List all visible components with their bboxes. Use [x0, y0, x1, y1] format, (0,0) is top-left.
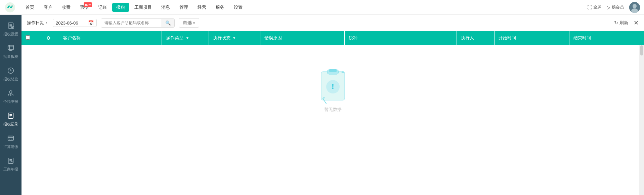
nav-item-service[interactable]: 服务 — [212, 3, 228, 12]
date-label: 操作日期： — [27, 20, 49, 26]
refresh-button[interactable]: ↻ 刷新 — [614, 20, 628, 26]
nav-item-clients[interactable]: 客户 — [40, 3, 56, 12]
th-op-type: 操作类型 ▼ — [162, 31, 209, 45]
refresh-icon: ↻ — [614, 20, 618, 26]
th-executor-label: 执行人 — [461, 35, 474, 40]
sidebar-item-tax-overview[interactable]: 报税总览 — [0, 63, 22, 85]
exec-status-filter-icon[interactable]: ▼ — [232, 36, 236, 40]
th-error-reason-label: 错误原因 — [264, 35, 282, 40]
empty-state: ! 暂无数据 — [22, 45, 644, 126]
th-tax-type: 税种 — [344, 31, 457, 45]
filter-button[interactable]: 筛选 ▾ — [179, 18, 199, 28]
nav-item-home[interactable]: 首页 — [22, 3, 38, 12]
nav-item-invoice[interactable]: 票据 new — [76, 3, 93, 12]
nav-item-operations[interactable]: 经营 — [194, 3, 210, 12]
table-container: ⚙ 客户名称 操作类型 ▼ 执 — [22, 31, 644, 195]
toolbar: 操作日期： 📅 🔍 筛选 ▾ ↻ 刷新 ✕ — [22, 15, 644, 31]
empty-state-row: ! 暂无数据 — [22, 45, 644, 126]
svg-point-4 — [633, 4, 637, 8]
search-button[interactable]: 🔍 — [162, 19, 174, 27]
close-button[interactable]: ✕ — [634, 20, 639, 26]
th-gear[interactable]: ⚙ — [42, 31, 59, 45]
th-op-type-label: 操作类型 — [166, 35, 183, 41]
empty-state-text: 暂无数据 — [324, 107, 342, 113]
sidebar-item-personal-tax[interactable]: 个税申报 — [0, 85, 22, 108]
fullscreen-btn[interactable]: ⛶ 全屏 — [587, 4, 601, 10]
vip-btn[interactable]: ▷ 畅会员 — [607, 4, 624, 10]
select-all-checkbox[interactable] — [26, 35, 30, 40]
content-area: 操作日期： 📅 🔍 筛选 ▾ ↻ 刷新 ✕ — [22, 15, 644, 195]
th-client-name: 客户名称 — [59, 31, 162, 45]
top-navigation: 首页 客户 收费 票据 new 记账 报税 工商项目 消息 管理 经营 服务 设… — [0, 0, 644, 15]
main-layout: 报税设置 批量报税 报税总览 — [0, 15, 644, 195]
sidebar-item-tax-records-label: 报税记录 — [3, 122, 18, 127]
nav-item-messages[interactable]: 消息 — [157, 3, 174, 12]
toolbar-right: ↻ 刷新 ✕ — [614, 20, 639, 26]
tax-settings-icon — [6, 21, 15, 30]
empty-state-cell: ! 暂无数据 — [22, 45, 644, 126]
th-executor: 执行人 — [457, 31, 494, 45]
vip-label: 畅会员 — [612, 4, 624, 10]
search-input[interactable] — [101, 19, 162, 27]
nav-item-billing[interactable]: 收费 — [58, 3, 75, 12]
filter-label: 筛选 — [183, 20, 192, 26]
svg-text:!: ! — [332, 82, 334, 91]
date-input-wrap[interactable]: 📅 — [53, 19, 97, 27]
settlement-icon — [6, 133, 15, 143]
svg-rect-26 — [8, 136, 14, 141]
top-nav-right: ⛶ 全屏 ▷ 畅会员 — [587, 2, 640, 13]
app-logo[interactable] — [4, 1, 16, 13]
th-tax-type-label: 税种 — [349, 35, 357, 40]
sidebar-item-bulk-tax-label: 批量报税 — [3, 54, 18, 59]
svg-rect-36 — [329, 69, 337, 72]
th-client-label: 客户名称 — [63, 35, 81, 40]
data-table: ⚙ 客户名称 操作类型 ▼ 执 — [22, 31, 644, 126]
sidebar-item-tax-overview-label: 报税总览 — [3, 77, 18, 82]
calendar-icon: 📅 — [88, 20, 94, 26]
svg-point-2 — [11, 5, 13, 7]
th-exec-status: 执行状态 ▼ — [209, 31, 260, 45]
nav-item-settings[interactable]: 设置 — [230, 3, 247, 12]
personal-tax-icon — [6, 88, 15, 98]
nav-items: 首页 客户 收费 票据 new 记账 报税 工商项目 消息 管理 经营 服务 设… — [22, 3, 587, 12]
th-exec-status-label: 执行状态 — [213, 35, 230, 41]
sidebar: 报税设置 批量报税 报税总览 — [0, 15, 22, 195]
fullscreen-label: 全屏 — [593, 4, 601, 10]
scroll-thumb — [640, 45, 643, 55]
nav-item-bizproject[interactable]: 工商项目 — [130, 3, 156, 12]
tax-overview-icon — [6, 66, 15, 75]
date-input[interactable] — [56, 21, 86, 26]
sidebar-item-bulk-tax[interactable]: 批量报税 — [0, 40, 22, 63]
th-checkbox[interactable] — [22, 31, 42, 45]
scroll-indicator[interactable] — [639, 45, 644, 195]
th-end-time-label: 结束时间 — [573, 35, 591, 40]
nav-item-tax[interactable]: 报税 — [112, 3, 129, 12]
sidebar-item-annual-report-label: 工商年报 — [3, 167, 18, 172]
search-wrap: 🔍 — [101, 18, 175, 28]
nav-item-manage[interactable]: 管理 — [175, 3, 192, 12]
table-body: ! 暂无数据 — [22, 45, 644, 126]
sidebar-item-tax-settings-label: 报税设置 — [3, 32, 18, 37]
annual-report-icon — [6, 156, 15, 165]
bulk-tax-icon — [6, 43, 15, 53]
th-end-time: 结束时间 — [569, 31, 644, 45]
chevron-down-icon: ▾ — [193, 21, 195, 25]
refresh-label: 刷新 — [619, 20, 628, 26]
gear-icon: ⚙ — [46, 35, 51, 41]
sidebar-item-annual-report[interactable]: 工商年报 — [0, 153, 22, 175]
svg-rect-13 — [8, 45, 14, 50]
sidebar-item-tax-settings[interactable]: 报税设置 — [0, 17, 22, 40]
user-avatar[interactable] — [629, 2, 640, 13]
nav-item-accounting[interactable]: 记账 — [94, 3, 111, 12]
new-badge: new — [84, 2, 92, 7]
search-icon: 🔍 — [165, 21, 171, 26]
th-error-reason: 错误原因 — [260, 31, 345, 45]
fullscreen-icon: ⛶ — [587, 5, 592, 10]
sidebar-item-tax-records[interactable]: 报税记录 — [0, 108, 22, 130]
th-start-time-label: 开始时间 — [499, 35, 516, 40]
svg-point-1 — [7, 7, 9, 8]
sidebar-item-settlement[interactable]: 汇算清缴 — [0, 130, 22, 153]
sidebar-item-settlement-label: 汇算清缴 — [3, 144, 18, 149]
op-type-filter-icon[interactable]: ▼ — [185, 36, 189, 40]
table-header-row: ⚙ 客户名称 操作类型 ▼ 执 — [22, 31, 644, 45]
